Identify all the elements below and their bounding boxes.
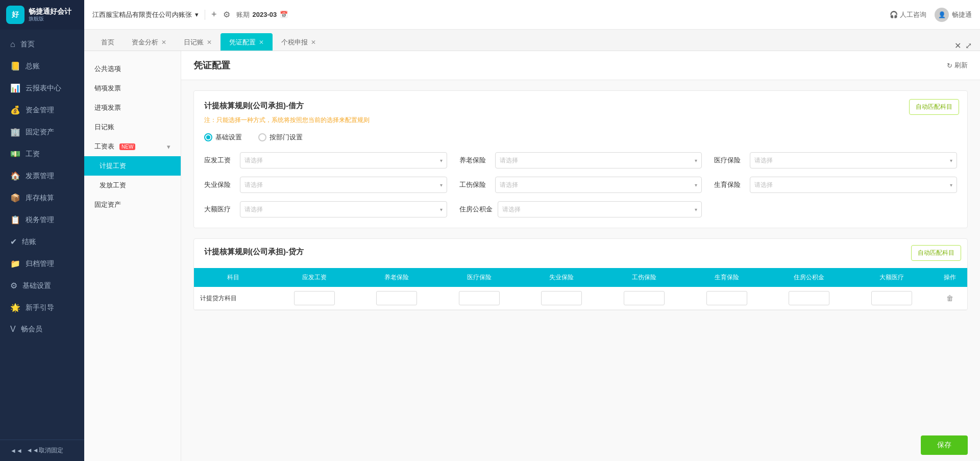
th-injury: 工伤保险 xyxy=(603,268,685,287)
sidebar-item-payroll[interactable]: 💵 工资 xyxy=(0,143,84,165)
sidebar-item-funds[interactable]: 💰 资金管理 xyxy=(0,99,84,121)
cell-medical[interactable] xyxy=(438,287,521,310)
sidebar-item-invoice[interactable]: 🏠 发票管理 xyxy=(0,165,84,187)
unemployment-select[interactable]: 请选择 ▾ xyxy=(240,177,447,193)
input-salary[interactable] xyxy=(294,291,335,305)
th-maternity: 生育保险 xyxy=(685,268,768,287)
tabbar: 首页 资金分析 ✕ 日记账 ✕ 凭证配置 ✕ 个税申报 ✕ ✕ ⤢ xyxy=(84,30,980,51)
major-medical-select[interactable]: 请选择 ▾ xyxy=(240,201,447,217)
maternity-select[interactable]: 请选择 ▾ xyxy=(750,177,957,193)
user-menu[interactable]: 👤 畅捷通 xyxy=(935,8,972,22)
topbar-right: 🎧 人工咨询 👤 畅捷通 xyxy=(890,8,972,22)
app-logo: 好 畅捷通好会计 旗舰版 xyxy=(0,0,84,30)
sidebar-item-settings[interactable]: ⚙ 基础设置 xyxy=(0,275,84,297)
left-nav-purchase[interactable]: 进项发票 xyxy=(84,98,181,117)
maximize-icon[interactable]: ⤢ xyxy=(965,41,972,51)
close-all-tabs-icon[interactable]: ✕ xyxy=(954,41,961,51)
cell-injury[interactable] xyxy=(603,287,685,310)
topbar-divider xyxy=(205,10,205,20)
invoice-icon: 🏠 xyxy=(10,171,20,181)
radio-basic-circle xyxy=(204,133,212,141)
salary-select[interactable]: 请选择 ▾ xyxy=(240,152,447,168)
new-badge: NEW xyxy=(119,143,135,150)
tab-voucher[interactable]: 凭证配置 ✕ xyxy=(220,33,273,51)
cell-pension[interactable] xyxy=(355,287,438,310)
housing-fund-placeholder: 请选择 xyxy=(502,205,521,214)
input-medical[interactable] xyxy=(459,291,500,305)
cell-housing[interactable] xyxy=(768,287,850,310)
left-nav-public[interactable]: 公共选项 xyxy=(84,59,181,79)
left-nav-pay-payroll[interactable]: 发放工资 xyxy=(84,176,181,195)
tab-home[interactable]: 首页 xyxy=(92,33,123,51)
left-nav-sales[interactable]: 销项发票 xyxy=(84,79,181,98)
tab-funds[interactable]: 资金分析 ✕ xyxy=(123,33,175,51)
input-unemployment[interactable] xyxy=(541,291,582,305)
th-medical: 医疗保险 xyxy=(438,268,521,287)
save-button[interactable]: 保存 xyxy=(921,435,968,455)
input-pension[interactable] xyxy=(376,291,417,305)
cell-major-medical[interactable] xyxy=(850,287,933,310)
sidebar-item-ledger[interactable]: 📒 总账 xyxy=(0,55,84,77)
cell-maternity[interactable] xyxy=(685,287,768,310)
tab-journal-close[interactable]: ✕ xyxy=(207,39,212,46)
period-selector[interactable]: 账期 2023-03 📅 xyxy=(236,10,288,19)
sidebar-item-vip[interactable]: V 畅会员 xyxy=(0,319,84,340)
credit-table-wrapper: 科目 应发工资 养老保险 医疗保险 失业保险 工伤保险 生育保险 住房公积金 大 xyxy=(194,268,967,310)
cell-delete[interactable]: 🗑 xyxy=(933,287,967,310)
th-major-medical: 大额医疗 xyxy=(850,268,933,287)
sidebar-item-guide[interactable]: 🌟 新手引导 xyxy=(0,297,84,319)
credit-table: 科目 应发工资 养老保险 医疗保险 失业保险 工伤保险 生育保险 住房公积金 大 xyxy=(194,268,967,310)
left-nav-fixed-assets[interactable]: 固定资产 xyxy=(84,195,181,214)
credit-section: 自动匹配科目 计提核算规则(公司承担)-贷方 科目 应发工资 养老保险 xyxy=(193,238,968,310)
main-area: 江西服宝精品有限责任公司内账张 ▾ + ⚙ 账期 2023-03 📅 🎧 人工咨… xyxy=(84,0,980,461)
medical-label: 医疗保险 xyxy=(714,156,745,165)
left-nav-calc-payroll[interactable]: 计提工资 xyxy=(84,156,181,176)
debit-section-title: 计提核算规则(公司承担)-借方 xyxy=(204,101,957,111)
topbar: 江西服宝精品有限责任公司内账张 ▾ + ⚙ 账期 2023-03 📅 🎧 人工咨… xyxy=(84,0,980,30)
left-nav-journal[interactable]: 日记账 xyxy=(84,117,181,137)
cell-unemployment[interactable] xyxy=(521,287,603,310)
tab-funds-close[interactable]: ✕ xyxy=(161,39,166,46)
radio-basic[interactable]: 基础设置 xyxy=(204,133,242,142)
sidebar-item-archive[interactable]: 📁 归档管理 xyxy=(0,253,84,275)
auto-match-credit-button[interactable]: 自动匹配科目 xyxy=(911,245,961,261)
credit-table-body: 计提贷方科目 🗑 xyxy=(194,287,967,310)
tab-voucher-close[interactable]: ✕ xyxy=(259,39,264,46)
tab-tax[interactable]: 个税申报 ✕ xyxy=(273,33,325,51)
add-company-button[interactable]: + xyxy=(211,9,217,20)
settings-button[interactable]: ⚙ xyxy=(223,10,230,19)
tab-tax-close[interactable]: ✕ xyxy=(311,39,316,46)
sidebar-item-tax[interactable]: 📋 税务管理 xyxy=(0,209,84,231)
cell-salary[interactable] xyxy=(273,287,356,310)
sidebar-item-home[interactable]: ⌂ 首页 xyxy=(0,34,84,55)
input-injury[interactable] xyxy=(624,291,665,305)
sidebar-item-closing[interactable]: ✔ 结账 xyxy=(0,231,84,253)
radio-dept[interactable]: 按部门设置 xyxy=(258,133,303,142)
sidebar-item-assets[interactable]: 🏢 固定资产 xyxy=(0,121,84,143)
th-pension: 养老保险 xyxy=(355,268,438,287)
field-pension: 养老保险 请选择 ▾ xyxy=(459,152,702,168)
left-nav-payroll-table[interactable]: 工资表 NEW ▾ xyxy=(84,137,181,156)
auto-match-debit-button[interactable]: 自动匹配科目 xyxy=(909,99,959,115)
pension-select[interactable]: 请选择 ▾ xyxy=(495,152,702,168)
th-salary: 应发工资 xyxy=(273,268,356,287)
delete-row-icon[interactable]: 🗑 xyxy=(946,294,953,302)
username: 畅捷通 xyxy=(952,10,972,19)
sidebar-item-inventory[interactable]: 📦 库存核算 xyxy=(0,187,84,209)
service-button[interactable]: 🎧 人工咨询 xyxy=(890,10,926,19)
company-name: 江西服宝精品有限责任公司内账张 xyxy=(92,10,192,19)
calendar-icon[interactable]: 📅 xyxy=(280,11,288,18)
injury-select[interactable]: 请选择 ▾ xyxy=(495,177,702,193)
debit-section: 自动匹配科目 计提核算规则(公司承担)-借方 注：只能选择一种方式，系统将按照您… xyxy=(193,90,968,228)
unpin-button[interactable]: ◄◄ ◄◄取消固定 xyxy=(0,440,84,461)
medical-select[interactable]: 请选择 ▾ xyxy=(750,152,957,168)
maternity-placeholder: 请选择 xyxy=(754,181,773,189)
input-major-medical[interactable] xyxy=(871,291,912,305)
company-selector[interactable]: 江西服宝精品有限责任公司内账张 ▾ xyxy=(92,10,199,19)
input-maternity[interactable] xyxy=(706,291,747,305)
tab-journal[interactable]: 日记账 ✕ xyxy=(175,33,220,51)
sidebar-item-reports[interactable]: 📊 云报表中心 xyxy=(0,77,84,99)
refresh-button[interactable]: ↻ 刷新 xyxy=(947,61,968,70)
housing-fund-select[interactable]: 请选择 ▾ xyxy=(498,201,702,217)
input-housing[interactable] xyxy=(789,291,829,305)
